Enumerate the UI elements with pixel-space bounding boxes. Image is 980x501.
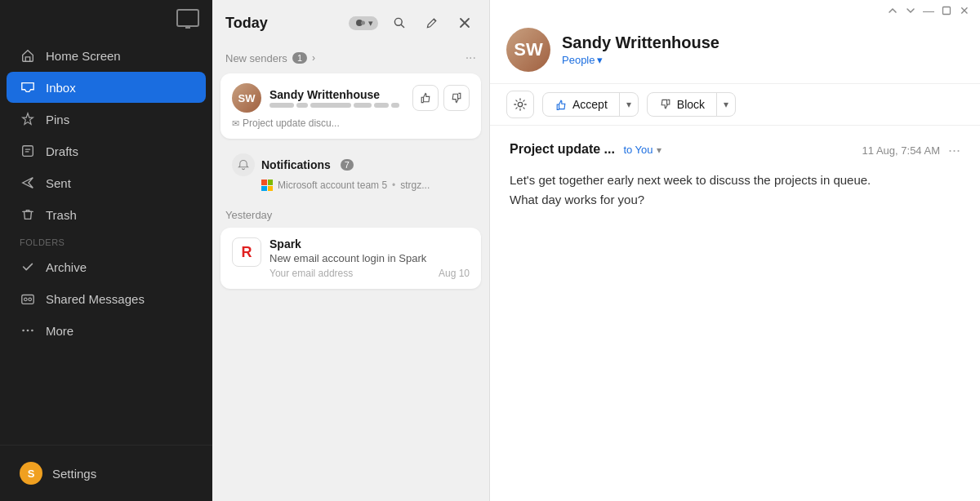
sender-name-sandy: Sandy Writtenhouse	[270, 88, 404, 101]
close-list-button[interactable]	[453, 11, 476, 34]
message-header: Project update ... to You ▾ 11 Aug, 7:54…	[510, 142, 960, 159]
email-card-info-sandy: Sandy Writtenhouse	[270, 88, 404, 108]
email-card-actions	[412, 85, 470, 111]
sidebar-item-archive-label: Archive	[46, 260, 87, 274]
svg-rect-0	[23, 146, 33, 157]
block-main: Block	[648, 93, 717, 116]
block-button[interactable]: Block ▾	[647, 92, 736, 117]
sent-icon	[20, 175, 36, 191]
user-avatar: S	[20, 462, 42, 485]
spark-info: Spark New email account login in Spark Y…	[270, 237, 470, 279]
search-button[interactable]	[388, 11, 411, 34]
header-icons: ▾	[349, 11, 476, 34]
new-senders-label: New senders	[225, 52, 287, 64]
email-detail: — ✕ SW Sandy Writtenhouse People ▾	[490, 0, 980, 501]
sidebar-item-home-screen[interactable]: Home Screen	[7, 40, 206, 71]
chevron-up-button[interactable]	[887, 5, 898, 16]
pin-icon	[20, 111, 36, 127]
email-card-sandy[interactable]: SW Sandy Writtenhouse	[220, 73, 481, 139]
sidebar-item-inbox[interactable]: Inbox	[7, 72, 206, 103]
detail-actions: Accept ▾ Block ▾	[490, 84, 980, 126]
spark-card[interactable]: R Spark New email account login in Spark…	[220, 228, 481, 289]
people-label: People	[562, 54, 595, 66]
message-to-chevron: ▾	[657, 144, 662, 156]
spark-footer: Your email address Aug 10	[270, 268, 470, 279]
email-list-header: Today ▾	[212, 0, 489, 46]
email-message: Project update ... to You ▾ 11 Aug, 7:54…	[490, 126, 980, 501]
svg-point-5	[27, 330, 29, 332]
sidebar-item-sent-label: Sent	[46, 176, 71, 190]
sidebar: Home Screen Inbox Pins	[0, 0, 212, 501]
compose-button[interactable]	[421, 11, 443, 34]
people-chevron-icon: ▾	[597, 54, 603, 66]
sidebar-item-archive[interactable]: Archive	[7, 251, 206, 282]
close-button[interactable]: ✕	[959, 5, 970, 16]
main-panel: Today ▾	[212, 0, 980, 501]
notif-senders: Microsoft account team 5 • strgz...	[232, 180, 470, 191]
message-more-button[interactable]: ···	[948, 142, 960, 159]
sidebar-item-shared-messages[interactable]: Shared Messages	[7, 283, 206, 314]
notif-extra: •	[392, 180, 395, 191]
window-controls: — ✕	[887, 5, 970, 16]
spark-subject: New email account login in Spark	[270, 252, 470, 264]
maximize-button[interactable]	[941, 5, 952, 16]
settings-label: Settings	[52, 467, 96, 481]
notifications-label: Notifications	[261, 158, 331, 171]
svg-point-8	[361, 21, 365, 25]
sidebar-item-home-screen-label: Home Screen	[46, 49, 121, 63]
filter-toggle[interactable]: ▾	[349, 16, 378, 30]
sidebar-item-drafts[interactable]: Drafts	[7, 135, 206, 166]
accept-chevron-icon[interactable]: ▾	[620, 94, 638, 115]
trash-icon	[20, 206, 36, 223]
spark-sender-name: Spark	[270, 237, 470, 250]
sidebar-item-trash-label: Trash	[46, 208, 77, 222]
tablet-icon	[176, 9, 199, 27]
accept-button[interactable]: Accept ▾	[542, 92, 639, 117]
sidebar-item-more[interactable]: More	[7, 315, 206, 346]
new-senders-badge: 1	[292, 52, 307, 64]
folders-label: Folders	[0, 231, 212, 250]
people-link[interactable]: People ▾	[562, 54, 964, 66]
contact-info: Sandy Writtenhouse People ▾	[562, 33, 964, 66]
thumbs-up-button[interactable]	[412, 85, 439, 111]
gear-settings-button[interactable]	[506, 91, 534, 118]
spark-card-header: R Spark New email account login in Spark…	[232, 237, 470, 279]
message-to[interactable]: to You	[623, 144, 653, 156]
sidebar-top	[0, 0, 212, 36]
ms-logo-icon	[261, 180, 273, 191]
svg-point-9	[394, 18, 402, 25]
minimize-button[interactable]: —	[923, 5, 934, 16]
svg-point-2	[24, 298, 28, 301]
email-subject-text: Project update discu...	[243, 117, 340, 129]
message-subject-line: Project update ... to You ▾	[510, 142, 662, 157]
block-label: Block	[677, 98, 705, 111]
thumbs-down-button[interactable]	[443, 85, 470, 111]
detail-header: SW Sandy Writtenhouse People ▾	[490, 16, 980, 84]
notifications-row[interactable]: Notifications 7 Microsoft account team 5…	[220, 145, 481, 199]
block-chevron-icon[interactable]: ▾	[717, 94, 735, 115]
settings-item[interactable]: S Settings	[7, 455, 206, 491]
notif-extra-text: strgz...	[400, 180, 430, 191]
spark-date: Aug 10	[439, 268, 470, 279]
home-icon	[20, 47, 36, 64]
sidebar-item-more-label: More	[46, 324, 74, 338]
chevron-down-button[interactable]	[905, 5, 916, 16]
sender-avatar-sandy: SW	[232, 83, 261, 113]
message-date: 11 Aug, 7:54 AM	[862, 144, 940, 157]
sidebar-item-sent[interactable]: Sent	[7, 167, 206, 198]
more-icon	[20, 322, 36, 339]
sidebar-item-shared-messages-label: Shared Messages	[46, 292, 145, 306]
new-senders-more[interactable]: ···	[466, 51, 476, 65]
contact-avatar: SW	[506, 28, 550, 72]
draft-icon	[20, 143, 36, 159]
email-card-header: SW Sandy Writtenhouse	[232, 83, 470, 113]
yesterday-section-label: Yesterday	[212, 202, 489, 224]
sidebar-item-trash[interactable]: Trash	[7, 199, 206, 230]
inbox-title: Today	[225, 15, 342, 32]
sidebar-item-pins[interactable]: Pins	[7, 104, 206, 135]
message-meta-right: 11 Aug, 7:54 AM ···	[862, 142, 960, 159]
sidebar-item-inbox-label: Inbox	[46, 81, 76, 95]
notif-header: Notifications 7	[232, 153, 470, 176]
svg-point-3	[29, 298, 32, 301]
window-controls-bar: — ✕	[490, 0, 980, 16]
